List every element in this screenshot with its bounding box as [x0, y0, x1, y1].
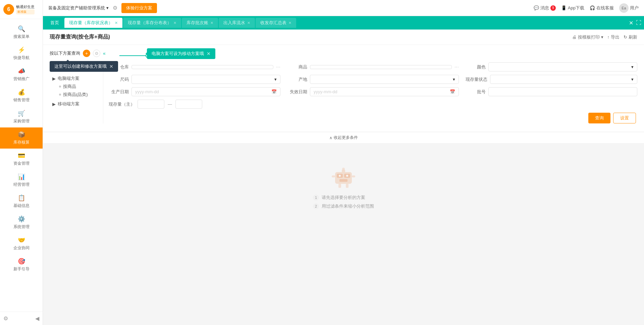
topbar-settings-icon[interactable]: ⚙ — [113, 5, 117, 11]
empty-tips: 1 请先选择要分析的方案 2 用过滤条件来缩小分析范围 — [313, 195, 374, 209]
goods-input[interactable] — [310, 65, 452, 69]
tab-close-inout-flow[interactable]: ✕ — [247, 21, 250, 25]
scheme-tooltip: 电脑方案可设为移动方案哦 ✕ — [147, 48, 215, 59]
chevron-up-icon: ∧ — [329, 136, 332, 140]
logo-icon: 6 — [3, 4, 14, 15]
tab-close-all-icon[interactable]: ✕ — [629, 20, 633, 26]
tab-close-inventory-dist[interactable]: ✕ — [173, 21, 176, 25]
scheme-item-by-goods-category[interactable]: 按商品(品类) — [50, 91, 100, 99]
tab-close-receive-summary[interactable]: ✕ — [288, 21, 291, 25]
filter-area: 按以下方案查询 + ⊙ « 电脑方案可设为移动方案哦 ✕ — [43, 45, 644, 132]
sidebar-item-guide[interactable]: 🎯 新手引导 — [0, 254, 43, 275]
exp-date-input[interactable]: yyyy-mm-dd 📅 — [310, 87, 459, 96]
collapse-sidebar-icon[interactable]: ◀ — [35, 315, 39, 322]
color-select[interactable]: ▾ — [488, 62, 637, 71]
warehouse-input[interactable] — [131, 65, 273, 69]
sidebar-item-finance[interactable]: 💳 资金管理 — [0, 149, 43, 170]
goods-dots[interactable]: ··· — [454, 64, 459, 70]
exp-date-label: 失效日期 — [287, 89, 307, 95]
operations-icon: 📊 — [18, 173, 25, 180]
scheme-group-desktop-header[interactable]: ▶ 电脑端方案 — [50, 74, 100, 83]
svg-rect-9 — [352, 175, 355, 177]
scheme-group-mobile: ▶ 移动端方案 — [50, 100, 100, 108]
scheme-item-by-goods[interactable]: 按商品 — [50, 83, 100, 91]
tip-text-1: 请先选择要分析的方案 — [322, 195, 365, 201]
calendar2-icon[interactable]: 📅 — [450, 89, 455, 94]
phone-icon: 📱 — [561, 5, 567, 10]
filter-header-text: 按以下方案查询 — [50, 50, 80, 56]
sidebar-bottom: ⚙ ◀ — [0, 312, 43, 325]
inventory-qty-label: 现存量（主） — [109, 101, 135, 107]
sidebar-item-search[interactable]: 🔍 搜索菜单 — [0, 22, 43, 43]
sidebar-item-sales[interactable]: 💰 销售管理 — [0, 85, 43, 106]
guide-icon: 🎯 — [18, 258, 25, 265]
calendar-icon[interactable]: 📅 — [271, 89, 277, 94]
sidebar-item-marketing[interactable]: 📣 营销推广 — [0, 64, 43, 85]
sales-icon: 💰 — [18, 89, 25, 96]
system-title-text: 装备及固定资产辅助管理系统 — [48, 5, 105, 11]
origin-label: 产地 — [287, 76, 307, 83]
refresh-action[interactable]: ↻ 刷新 — [624, 34, 637, 40]
trial-button[interactable]: 体验行业方案 — [121, 3, 157, 13]
item-dot-icon2 — [59, 94, 61, 96]
svg-rect-11 — [346, 184, 348, 188]
online-service-action[interactable]: 🎧 在线客服 — [590, 5, 614, 11]
sidebar-item-operations[interactable]: 📊 经营管理 — [0, 170, 43, 191]
origin-select[interactable]: ▾ — [310, 75, 459, 84]
filter-copy-button[interactable]: ⊙ — [93, 50, 100, 57]
main-area: 装备及固定资产辅助管理系统 ▾ ⚙ 体验行业方案 💬 消息 9 📱 App下载 … — [43, 0, 644, 325]
user-action[interactable]: Ea 用户 — [619, 3, 639, 13]
quick-nav-icon: ⚡ — [18, 46, 25, 54]
tab-bar: 首页 现存量（库存状况表） ✕ 现存量（库存分布表） ✕ 库存批次账 ✕ 出入库… — [43, 16, 644, 30]
sidebar-item-purchase[interactable]: 🛒 采购管理 — [0, 106, 43, 127]
mfg-date-input[interactable]: yyyy-mm-dd 📅 — [131, 87, 280, 96]
tab-inventory-status[interactable]: 现存量（库存状况表） ✕ — [64, 18, 122, 28]
warehouse-dots[interactable]: ··· — [276, 64, 280, 70]
tab-home[interactable]: 首页 — [46, 18, 64, 28]
tab-close-inventory-batch[interactable]: ✕ — [210, 21, 213, 25]
size-select[interactable]: ▾ — [131, 75, 280, 84]
basic-icon: 📋 — [18, 194, 25, 202]
filter-row-color: 颜色 ▾ — [466, 62, 637, 71]
size-label: 尺码 — [109, 76, 129, 83]
tab-inventory-batch[interactable]: 库存批次账 ✕ — [182, 18, 218, 28]
export-action[interactable]: ↑ 导出 — [607, 34, 620, 40]
print-dropdown-icon: ▾ — [601, 35, 603, 40]
tab-expand-icon[interactable]: ⛶ — [636, 20, 641, 26]
inventory-range: — — [138, 100, 202, 109]
filter-grid: 仓库 ··· 商品 ··· 颜色 — [109, 62, 637, 109]
inventory-status-select[interactable]: ▾ — [490, 75, 637, 84]
sidebar-item-system[interactable]: ⚙️ 系统管理 — [0, 212, 43, 233]
system-title-dropdown[interactable]: 装备及固定资产辅助管理系统 ▾ — [48, 5, 109, 11]
app-download-action[interactable]: 📱 App下载 — [561, 5, 584, 11]
collapse-bar[interactable]: ∧ 收起更多条件 — [43, 132, 644, 144]
scheme-group-mobile-header[interactable]: ▶ 移动端方案 — [50, 100, 100, 108]
print-action[interactable]: 🖨 按模板打印 ▾ — [572, 34, 603, 40]
filter-add-button[interactable]: + — [83, 50, 90, 57]
tab-inventory-dist[interactable]: 现存量（库存分布表） ✕ — [123, 18, 181, 28]
tab-receive-summary[interactable]: 收发存汇总表 ✕ — [256, 18, 296, 28]
sidebar-item-inventory[interactable]: 📦 库存核算 — [0, 127, 43, 149]
scheme-tooltip-close[interactable]: ✕ — [207, 51, 211, 56]
sidebar-item-quick-nav[interactable]: ⚡ 快捷导航 — [0, 43, 43, 64]
tab-inout-flow[interactable]: 出入库流水 ✕ — [219, 18, 255, 28]
reset-button[interactable]: 设置 — [613, 113, 636, 123]
empty-state: 1 请先选择要分析的方案 2 用过滤条件来缩小分析范围 — [43, 144, 644, 229]
svg-rect-10 — [338, 184, 341, 188]
tab-close-inventory-status[interactable]: ✕ — [115, 21, 118, 25]
settings-bottom-icon[interactable]: ⚙ — [3, 315, 8, 322]
inventory-qty-min-input[interactable] — [138, 100, 164, 109]
export-icon: ↑ — [607, 35, 610, 40]
sidebar-item-enterprise[interactable]: 🤝 企业协同 — [0, 233, 43, 254]
batch-input[interactable] — [488, 87, 637, 96]
edit-tooltip-close[interactable]: ✕ — [109, 64, 113, 69]
filter-back-button[interactable]: « — [103, 51, 106, 56]
scheme-tooltip-text: 电脑方案可设为移动方案哦 — [152, 51, 204, 57]
user-avatar: Ea — [619, 3, 629, 13]
marketing-icon: 📣 — [18, 67, 25, 75]
inventory-qty-max-input[interactable] — [175, 100, 202, 109]
search-button[interactable]: 查询 — [588, 113, 610, 123]
sidebar-item-basic[interactable]: 📋 基础信息 — [0, 191, 43, 212]
sidebar-nav: 🔍 搜索菜单 ⚡ 快捷导航 📣 营销推广 💰 销售管理 🛒 采购管理 📦 库存核… — [0, 19, 43, 312]
message-action[interactable]: 💬 消息 9 — [534, 5, 556, 11]
